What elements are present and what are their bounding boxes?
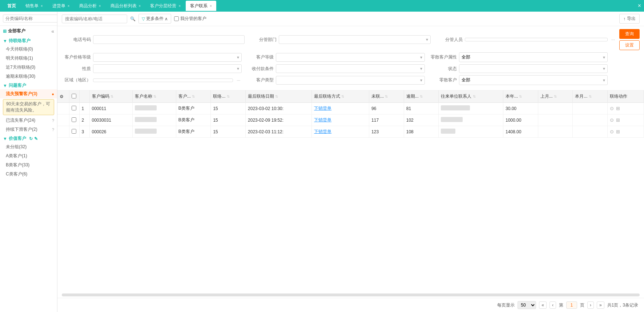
row1-method-link[interactable]: 下销货单 bbox=[314, 106, 331, 111]
nav-tab-customer-segment[interactable]: 客户分层经营 × bbox=[146, 1, 185, 11]
nav-tab-analysis[interactable]: 商品分析 × bbox=[75, 1, 105, 11]
row1-last-method[interactable]: 下销货单 bbox=[312, 103, 369, 114]
row2-checkbox[interactable] bbox=[69, 114, 79, 126]
row1-grid-icon[interactable]: ⊞ bbox=[616, 106, 620, 111]
customer-grade-select[interactable]: ▾ bbox=[276, 53, 424, 62]
problem-customer-section[interactable]: ▼ 问题客户 bbox=[0, 81, 57, 89]
col-unit-contact[interactable]: 往来单位联系人 ⇅ bbox=[439, 90, 503, 103]
payment-select[interactable]: ▾ bbox=[276, 64, 424, 73]
col-not-contacted[interactable]: 未联... ⇅ bbox=[369, 90, 404, 103]
close-sales-icon[interactable]: × bbox=[41, 4, 43, 8]
next-page-btn[interactable]: › bbox=[587, 301, 594, 309]
my-customers-checkbox[interactable] bbox=[174, 16, 179, 21]
close-window-button[interactable]: × bbox=[638, 3, 641, 9]
nav-tab-home[interactable]: 首页 bbox=[3, 1, 20, 11]
sidebar-item-tomorrow[interactable]: 明天待联络(1) bbox=[0, 54, 57, 63]
row3-last-method[interactable]: 下销货单 bbox=[312, 126, 369, 138]
collapse-icon[interactable]: « bbox=[51, 28, 54, 34]
nav-tab-sales[interactable]: 销售单 × bbox=[21, 1, 47, 11]
price-grade-select[interactable]: ▾ bbox=[93, 53, 242, 62]
sidebar-item-unclassified[interactable]: 未分组(32) bbox=[0, 142, 57, 151]
row3-checkbox[interactable] bbox=[69, 126, 79, 138]
close-purchase-icon[interactable]: × bbox=[68, 4, 70, 8]
row1-link-icon[interactable]: ⊙ bbox=[610, 106, 614, 111]
sidebar-item-declining[interactable]: 持续下滑客户(2) ? bbox=[0, 125, 57, 134]
phone-input[interactable] bbox=[93, 35, 245, 44]
nav-tab-analysis-list[interactable]: 商品分析列表 × bbox=[106, 1, 145, 11]
row3-link-icon[interactable]: ⊙ bbox=[610, 129, 614, 134]
row2-select[interactable] bbox=[72, 117, 76, 122]
row3-method-link[interactable]: 下销货单 bbox=[314, 129, 331, 134]
row2-method-link[interactable]: 下销货单 bbox=[314, 117, 331, 122]
close-analysis-icon[interactable]: × bbox=[99, 4, 101, 8]
row3-select[interactable] bbox=[72, 129, 76, 134]
page-number-input[interactable] bbox=[566, 301, 577, 309]
row2-last-method[interactable]: 下销货单 bbox=[312, 114, 369, 126]
close-customer-segment-icon[interactable]: × bbox=[178, 4, 181, 8]
col-type[interactable]: 客户... ⇅ bbox=[176, 90, 211, 103]
row3-name bbox=[133, 126, 176, 138]
table-row: 3 000026 B类客户 15 2023-02-03 11:12: 下销货单 … bbox=[57, 126, 644, 138]
per-page-select[interactable]: 50 100 200 bbox=[518, 301, 536, 309]
filter-search-input[interactable] bbox=[62, 15, 127, 23]
row1-select[interactable] bbox=[72, 106, 76, 110]
col-contact[interactable]: 联络... ⇅ bbox=[211, 90, 246, 103]
nav-tab-purchase[interactable]: 进货单 × bbox=[48, 1, 74, 11]
col-settings[interactable]: ⚙ bbox=[57, 90, 69, 103]
region-dots-icon[interactable]: ··· bbox=[235, 78, 242, 83]
close-analysis-list-icon[interactable]: × bbox=[139, 4, 141, 8]
content-area: 🔍 ▽ 更多条件 ∧ 我分管的客户 ↑ 导出 电话号码 bbox=[57, 12, 644, 312]
row2-grid-icon[interactable]: ⊞ bbox=[616, 117, 620, 123]
col-checkbox[interactable] bbox=[69, 90, 79, 103]
region-select[interactable] bbox=[93, 78, 233, 82]
sidebar-item-7days[interactable]: 近7天待联络(0) bbox=[0, 63, 57, 72]
page-unit: 页 bbox=[580, 302, 584, 308]
filter-price-grade: 客户价格等级 ▾ bbox=[62, 53, 242, 62]
all-customers-header[interactable]: ⊞ 全部客户 « bbox=[0, 26, 57, 36]
col-last-date[interactable]: 最后联络日期 ⇅ bbox=[246, 90, 312, 103]
select-all-checkbox[interactable] bbox=[72, 94, 76, 98]
nature-select[interactable]: ▾ bbox=[93, 64, 242, 73]
refresh-icon[interactable]: ↻ bbox=[29, 136, 33, 141]
edit-icon[interactable]: ✎ bbox=[34, 136, 38, 141]
row1-checkbox[interactable] bbox=[69, 103, 79, 114]
retail-attr-select[interactable]: 全部 ▾ bbox=[459, 52, 608, 62]
export-btn[interactable]: ↑ 导出 bbox=[619, 14, 640, 24]
horizontal-scrollbar[interactable] bbox=[62, 293, 640, 296]
sidebar-item-today[interactable]: 今天待联络(0) bbox=[0, 45, 57, 54]
close-customer-contact-icon[interactable]: × bbox=[210, 4, 212, 8]
col-last-month[interactable]: 上月... ⇅ bbox=[538, 90, 573, 103]
manager-select[interactable] bbox=[465, 38, 608, 41]
col-name[interactable]: 客户名称 ⇅ bbox=[133, 90, 176, 103]
last-page-btn[interactable]: » bbox=[597, 301, 604, 309]
query-button[interactable]: 查询 bbox=[619, 29, 640, 39]
my-customers-checkbox-label[interactable]: 我分管的客户 bbox=[174, 16, 206, 22]
status-select[interactable]: ▾ bbox=[459, 64, 608, 73]
sidebar-item-churn-warning[interactable]: 流失预警客户(3) ● bbox=[0, 89, 57, 98]
value-customer-section[interactable]: ▼ 价值客户 ↻ ✎ bbox=[0, 134, 57, 142]
customer-type-select[interactable]: ▾ bbox=[276, 76, 424, 85]
manager-dots-icon[interactable]: ··· bbox=[610, 37, 616, 42]
nav-tab-customer-contact[interactable]: 客户联系 × bbox=[186, 1, 216, 11]
col-last-method[interactable]: 最后联络方式 ⇅ bbox=[312, 90, 369, 103]
sidebar-item-lost[interactable]: 已流失客户(24) ? bbox=[0, 116, 57, 125]
row3-grid-icon[interactable]: ⊞ bbox=[616, 129, 620, 134]
first-page-btn[interactable]: « bbox=[539, 301, 547, 309]
dept-select[interactable]: ▾ bbox=[279, 35, 430, 44]
setting-button[interactable]: 设置 bbox=[619, 40, 640, 50]
sidebar-item-class-a[interactable]: A类客户(1) bbox=[0, 151, 57, 161]
col-code[interactable]: 客户编码 ⇅ bbox=[89, 90, 133, 103]
sidebar-search-input[interactable] bbox=[3, 15, 57, 23]
sidebar-item-class-c[interactable]: C类客户(6) bbox=[0, 170, 57, 179]
filter-region: 区域（地区） ··· bbox=[62, 77, 242, 83]
more-conditions-btn[interactable]: ▽ 更多条件 ∧ bbox=[138, 14, 171, 24]
pending-contact-section[interactable]: ▼ 待联络客户 bbox=[0, 36, 57, 45]
col-this-year[interactable]: 本年... ⇅ bbox=[503, 90, 538, 103]
col-this-month[interactable]: 本月... ⇅ bbox=[573, 90, 608, 103]
prev-page-btn[interactable]: ‹ bbox=[550, 301, 556, 309]
row2-link-icon[interactable]: ⊙ bbox=[610, 117, 614, 123]
sidebar-item-class-b[interactable]: B类客户(33) bbox=[0, 161, 57, 170]
sidebar-item-overdue[interactable]: 逾期未联络(30) bbox=[0, 72, 57, 81]
retail-customer-select[interactable]: 全部 ▾ bbox=[459, 75, 608, 85]
col-overdue[interactable]: 逾期... ⇅ bbox=[404, 90, 439, 103]
